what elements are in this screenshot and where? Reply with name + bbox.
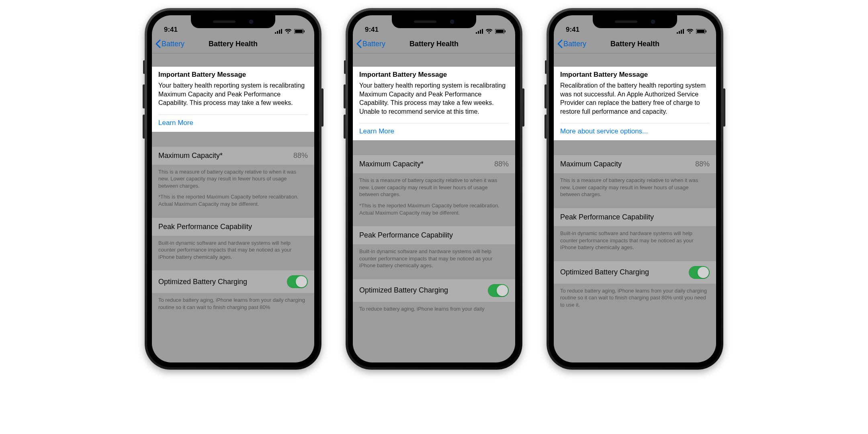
svg-rect-8 (478, 31, 479, 34)
learn-more-link[interactable]: Learn More (152, 115, 314, 132)
max-capacity-footer: This is a measure of battery capacity re… (554, 174, 716, 208)
content[interactable]: Important Battery Message Your battery h… (152, 52, 314, 362)
cellular-signal-icon (275, 29, 282, 34)
max-capacity-row[interactable]: Maximum Capacity 88% (554, 155, 716, 174)
message-body: Your battery health reporting system is … (158, 81, 308, 107)
phone-3: 9:41 Battery Battery Health Imp (547, 8, 723, 370)
svg-rect-20 (706, 31, 706, 33)
max-capacity-row[interactable]: Maximum Capacity* 88% (353, 155, 515, 174)
peak-performance-footer: Built-in dynamic software and hardware s… (152, 236, 314, 270)
max-capacity-label: Maximum Capacity (560, 160, 622, 168)
screen: 9:41 Battery Battery Health Imp (554, 15, 716, 362)
optimized-charging-row[interactable]: Optimized Battery Charging (554, 261, 716, 284)
max-capacity-value: 88% (293, 151, 308, 160)
peak-performance-row[interactable]: Peak Performance Capability (152, 217, 314, 236)
optimized-charging-footer: To reduce battery aging, iPhone learns f… (554, 284, 716, 318)
back-label: Battery (362, 40, 385, 48)
max-capacity-footer: This is a measure of battery capacity re… (353, 174, 515, 226)
important-message-card: Important Battery Message Recalibration … (554, 67, 716, 140)
service-options-link[interactable]: More about service options... (554, 123, 716, 140)
optimized-charging-toggle[interactable] (488, 284, 509, 297)
cellular-signal-icon (476, 29, 483, 34)
max-capacity-value: 88% (494, 160, 509, 168)
svg-rect-13 (505, 31, 506, 33)
svg-rect-3 (281, 29, 282, 34)
max-capacity-label: Maximum Capacity* (359, 160, 424, 168)
svg-rect-5 (295, 30, 303, 33)
important-message-card: Important Battery Message Your battery h… (152, 67, 314, 132)
svg-rect-14 (677, 32, 678, 34)
wifi-icon (285, 29, 292, 34)
svg-rect-17 (683, 29, 684, 34)
message-body: Your battery health reporting system is … (359, 81, 509, 116)
chevron-left-icon (557, 39, 563, 48)
screen: 9:41 Battery Ba (152, 15, 314, 362)
svg-rect-6 (304, 31, 305, 33)
peak-performance-label: Peak Performance Capability (560, 213, 654, 221)
status-time: 9:41 (164, 26, 178, 34)
peak-performance-label: Peak Performance Capability (158, 223, 252, 231)
peak-performance-row[interactable]: Peak Performance Capability (554, 208, 716, 227)
screen: 9:41 Battery Battery Health Imp (353, 15, 515, 362)
nav-bar: Battery Battery Health (353, 35, 515, 53)
svg-rect-9 (480, 30, 481, 34)
optimized-charging-label: Optimized Battery Charging (560, 268, 649, 276)
battery-icon (294, 29, 305, 34)
phone-1: 9:41 Battery Ba (145, 8, 321, 370)
optimized-charging-label: Optimized Battery Charging (359, 286, 448, 295)
content[interactable]: Important Battery Message Your battery h… (353, 52, 515, 362)
battery-icon (495, 29, 506, 34)
message-title: Important Battery Message (359, 71, 509, 79)
back-button[interactable]: Battery (554, 39, 586, 48)
notch (191, 15, 275, 28)
max-capacity-value: 88% (695, 160, 710, 168)
optimized-charging-toggle[interactable] (287, 275, 308, 288)
optimized-charging-label: Optimized Battery Charging (158, 278, 247, 286)
max-capacity-row[interactable]: Maximum Capacity* 88% (152, 146, 314, 165)
svg-rect-7 (476, 32, 477, 34)
svg-rect-15 (679, 31, 680, 34)
peak-performance-footer: Built-in dynamic software and hardware s… (554, 227, 716, 261)
content[interactable]: Important Battery Message Recalibration … (554, 52, 716, 362)
svg-rect-19 (697, 30, 704, 33)
optimized-charging-row[interactable]: Optimized Battery Charging (353, 279, 515, 302)
nav-bar: Battery Battery Health (152, 35, 314, 53)
notch (392, 15, 476, 28)
back-button[interactable]: Battery (152, 39, 184, 48)
cellular-signal-icon (677, 29, 684, 34)
message-title: Important Battery Message (560, 71, 710, 79)
phone-2: 9:41 Battery Battery Health Imp (346, 8, 522, 370)
wifi-icon (485, 29, 493, 34)
message-body: Recalibration of the battery health repo… (560, 81, 710, 116)
chevron-left-icon (356, 39, 362, 48)
back-label: Battery (162, 40, 184, 48)
chevron-left-icon (155, 39, 161, 48)
nav-bar: Battery Battery Health (554, 35, 716, 53)
optimized-charging-footer: To reduce battery aging, iPhone learns f… (152, 293, 314, 320)
svg-rect-16 (681, 30, 682, 34)
notch (593, 15, 677, 28)
battery-icon (696, 29, 706, 34)
optimized-charging-toggle[interactable] (689, 266, 710, 279)
svg-rect-10 (482, 29, 483, 34)
back-button[interactable]: Battery (353, 39, 385, 48)
peak-performance-footer: Built-in dynamic software and hardware s… (353, 245, 515, 279)
svg-rect-2 (279, 30, 280, 34)
learn-more-link[interactable]: Learn More (353, 123, 515, 140)
status-time: 9:41 (566, 26, 579, 34)
wifi-icon (686, 29, 694, 34)
optimized-charging-row[interactable]: Optimized Battery Charging (152, 270, 314, 293)
optimized-charging-footer: To reduce battery aging, iPhone learns f… (353, 302, 515, 322)
back-label: Battery (563, 40, 586, 48)
message-title: Important Battery Message (158, 71, 308, 79)
peak-performance-row[interactable]: Peak Performance Capability (353, 226, 515, 245)
svg-rect-1 (277, 31, 278, 34)
max-capacity-label: Maximum Capacity* (158, 151, 223, 160)
status-time: 9:41 (365, 26, 379, 34)
svg-rect-0 (275, 32, 276, 34)
important-message-card: Important Battery Message Your battery h… (353, 67, 515, 140)
svg-rect-12 (496, 30, 504, 33)
max-capacity-footer: This is a measure of battery capacity re… (152, 165, 314, 217)
peak-performance-label: Peak Performance Capability (359, 231, 453, 240)
